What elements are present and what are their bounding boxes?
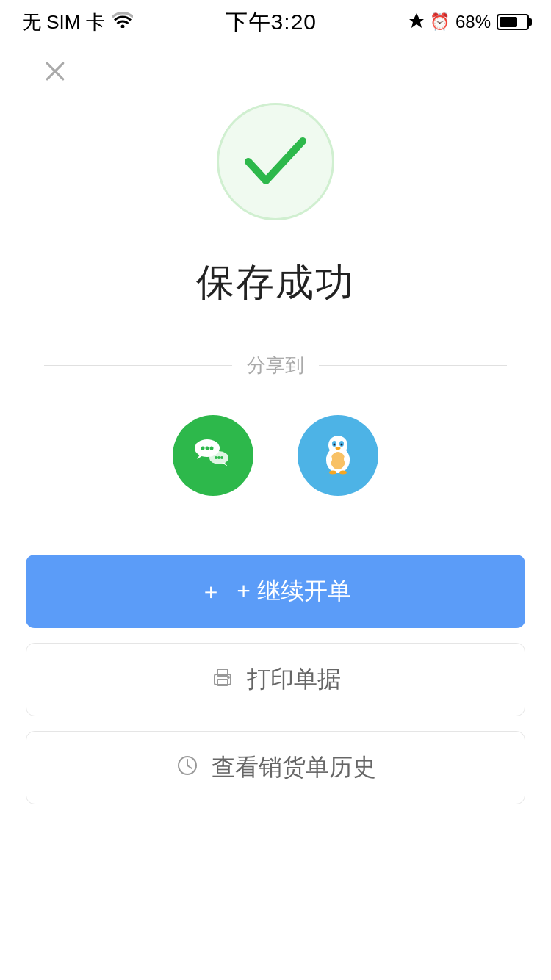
svg-point-28 (227, 676, 230, 679)
svg-point-9 (215, 456, 217, 459)
svg-point-10 (217, 456, 220, 459)
svg-point-24 (344, 455, 350, 464)
battery-fill (500, 17, 517, 27)
history-label: 查看销货单历史 (212, 752, 376, 784)
plus-icon: ＋ (200, 577, 222, 607)
checkmark-icon (242, 135, 309, 188)
main-content: 保存成功 分享到 (0, 44, 551, 804)
svg-point-21 (329, 471, 336, 475)
history-button[interactable]: 查看销货单历史 (26, 731, 525, 804)
print-icon (210, 665, 235, 695)
close-button[interactable] (37, 53, 73, 90)
continue-label: + 继续开单 (237, 575, 351, 608)
qq-icon (316, 433, 360, 478)
divider-left (44, 365, 232, 366)
svg-point-11 (220, 456, 223, 459)
svg-point-6 (210, 447, 214, 450)
svg-point-17 (334, 444, 336, 446)
svg-point-19 (336, 447, 341, 450)
wifi-icon (112, 12, 133, 32)
svg-marker-12 (222, 463, 228, 466)
share-qq-button[interactable] (298, 415, 378, 496)
alarm-icon: ⏰ (430, 12, 450, 32)
svg-point-22 (339, 471, 347, 475)
close-icon (42, 58, 68, 84)
svg-point-4 (201, 447, 205, 450)
svg-point-20 (331, 452, 345, 469)
location-icon (409, 12, 424, 32)
success-circle (217, 103, 334, 220)
carrier-text: 无 SIM 卡 (22, 10, 105, 35)
history-icon (175, 753, 200, 783)
share-wechat-button[interactable] (173, 415, 253, 496)
battery-indicator (497, 14, 529, 30)
print-label: 打印单据 (247, 663, 341, 696)
battery-info: ⏰ 68% (409, 12, 529, 32)
svg-point-23 (326, 455, 332, 464)
share-buttons (173, 415, 378, 496)
continue-button[interactable]: ＋ + 继续开单 (26, 555, 525, 628)
print-button[interactable]: 打印单据 (26, 643, 525, 716)
action-buttons: ＋ + 继续开单 打印单据 (26, 555, 525, 804)
battery-percent: 68% (455, 12, 491, 32)
share-label: 分享到 (232, 353, 319, 378)
carrier-info: 无 SIM 卡 (22, 10, 133, 35)
divider-right (319, 365, 507, 366)
svg-point-5 (206, 447, 209, 450)
share-divider: 分享到 (0, 353, 551, 378)
time-display: 下午3:20 (226, 7, 317, 37)
status-bar: 无 SIM 卡 下午3:20 ⏰ 68% (0, 0, 551, 44)
svg-point-18 (341, 444, 343, 446)
wechat-icon (190, 432, 237, 479)
svg-line-31 (187, 765, 192, 768)
success-title: 保存成功 (196, 257, 355, 309)
